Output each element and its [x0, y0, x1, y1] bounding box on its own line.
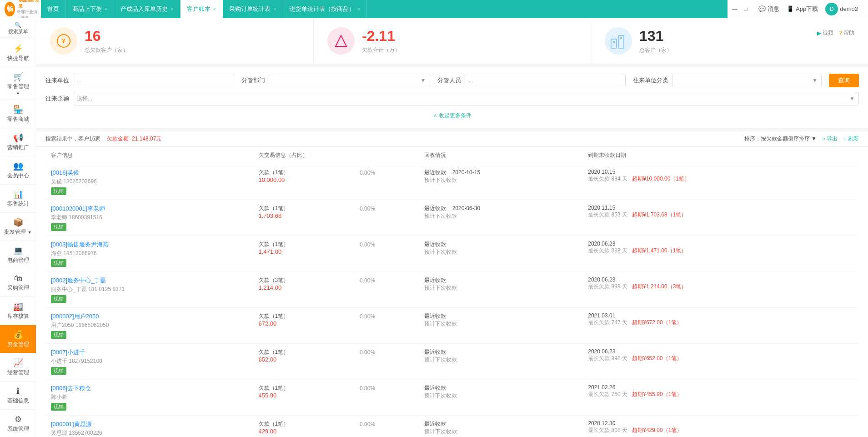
debt-amount-1[interactable]: 1,703.68 — [259, 212, 349, 219]
data-table: 客户信息 欠交易信息（占比） 回收情况 到期未收款日期 [0016]吴俊 吴俊 … — [45, 147, 859, 437]
unit-classify-arrow-icon: ▼ — [812, 77, 818, 84]
overdue-link-3[interactable]: 超期¥1,214.00（3笔） — [632, 283, 687, 290]
debt-amount-7[interactable]: 429.00 — [259, 428, 349, 435]
filter-group-from-unit: 往来单位 ... — [45, 74, 234, 87]
remaining-label: 往来余额 — [45, 95, 69, 103]
video-btn[interactable]: ▶ 视频 — [817, 29, 833, 37]
manager-input[interactable]: ... — [465, 74, 626, 87]
table-row: [0007]小进千 小进千 18279152100 现销 欠款（1笔） 652.… — [45, 344, 859, 380]
customer-name-link-0[interactable]: [0016]吴俊 — [51, 169, 79, 176]
tab-close-products[interactable]: × — [105, 6, 107, 12]
overdue-link-1[interactable]: 超期¥1,703.68（1笔） — [632, 211, 687, 218]
search-button[interactable]: 查询 — [829, 74, 859, 87]
cell-customer-0: [0016]吴俊 吴俊 13026203696 现销 — [45, 164, 253, 200]
stat-label-total: 总客户（家） — [639, 46, 672, 54]
stat-value-debt: -2.11 — [362, 28, 400, 45]
sidebar-item-marketing[interactable]: 📢 营销推广 — [0, 128, 36, 156]
sidebar-item-member-center[interactable]: 👥 会员中心 — [0, 156, 36, 185]
tab-close-stats[interactable]: × — [357, 6, 360, 12]
sidebar-item-basic-info[interactable]: ℹ 基础信息 — [0, 382, 36, 410]
sort-label[interactable]: 排序：按欠款金额倒序排序 ▼ — [744, 135, 817, 143]
debt-amount-4[interactable]: 672.00 — [259, 320, 349, 327]
remaining-input[interactable]: 选择... ▼ — [73, 92, 859, 105]
customer-name-link-2[interactable]: [0003]畅捷服务尹海燕 — [51, 241, 109, 248]
results-actions: 排序：按欠款金额倒序排序 ▼ ○ 导出 ○ 刷新 — [744, 135, 859, 143]
table-row: [0002]服务中心_丁磊 服务中心_丁磊 181 0125 8371 现销 欠… — [45, 272, 859, 308]
tab-close-production[interactable]: × — [171, 6, 173, 12]
tab-close-customer[interactable]: × — [213, 6, 216, 12]
manager-label: 分管人员 — [437, 76, 461, 85]
customer-tag-1: 现销 — [51, 223, 66, 231]
cell-debt-4: 欠款（1笔） 672.00 — [253, 308, 354, 344]
cell-debt-5: 欠款（1笔） 652.00 — [253, 344, 354, 380]
debt-amount-2[interactable]: 1,471.00 — [259, 248, 349, 255]
sidebar-item-ecommerce[interactable]: 💻 电商管理 — [0, 241, 36, 269]
minimize-btn[interactable]: — — [731, 5, 738, 13]
cell-customer-3: [0002]服务中心_丁磊 服务中心_丁磊 181 0125 8371 现销 — [45, 272, 253, 308]
overdue-days-0: 最长欠款 884 天 — [588, 176, 630, 182]
tab-purchase-stats[interactable]: 进货单统计表（按商品） × — [283, 0, 367, 18]
stat-info-customers: 16 总欠款客户（家） — [85, 28, 128, 54]
customer-name-link-5[interactable]: [0007]小进千 — [51, 349, 85, 356]
customer-name-link-7[interactable]: [000001]黄思源 — [51, 421, 92, 427]
table-header-row: 客户信息 欠交易信息（占比） 回收情况 到期未收款日期 — [45, 147, 859, 164]
sidebar-item-system-mgmt[interactable]: ⚙ 系统管理 — [0, 410, 36, 437]
member-center-icon: 👥 — [2, 161, 34, 171]
sidebar-item-inventory[interactable]: 🏭 库存核算 — [0, 297, 36, 325]
logo-area: 畅 畅捷通好生意 母婴行业演示账套 — [5, 0, 41, 21]
customer-name-link-4[interactable]: [000002]用户2050 — [51, 313, 99, 320]
debt-amount-5[interactable]: 652.00 — [259, 356, 349, 363]
tab-close-purchase[interactable]: × — [273, 6, 276, 12]
tab-customer-account[interactable]: 客户账本 × — [181, 0, 223, 18]
sidebar-item-batch-mgmt[interactable]: 📦 批发管理 ▼ — [0, 213, 36, 241]
export-btn[interactable]: ○ 导出 — [822, 135, 838, 143]
sidebar-item-retail-store[interactable]: 🏪 零售商城 — [0, 100, 36, 128]
svg-rect-6 — [620, 37, 622, 39]
next-collection-3: 预计下次收款 — [424, 284, 577, 292]
customer-tag-4: 现销 — [51, 331, 66, 339]
cell-customer-1: [0001020001]李老师 李老师 18600391516 现销 — [45, 200, 253, 236]
debt-amount-6[interactable]: 455.90 — [259, 392, 349, 399]
customer-name-link-3[interactable]: [0002]服务中心_丁磊 — [51, 277, 106, 284]
debt-desc-7: 欠款（1笔） — [259, 420, 349, 428]
latest-collection-7: 最近收款 — [424, 420, 577, 428]
customer-name-link-1[interactable]: [0001020001]李老师 — [51, 205, 105, 212]
tab-products[interactable]: 商品上下架 × — [66, 0, 114, 18]
basic-info-icon: ℹ — [2, 386, 34, 396]
unit-classify-input[interactable]: ▼ — [672, 74, 822, 87]
overdue-link-4[interactable]: 超期¥672.00（1笔） — [632, 319, 682, 326]
sidebar-item-retail-stats[interactable]: 📊 零售统计 — [0, 185, 36, 213]
overdue-link-6[interactable]: 超期¥455.90（1笔） — [632, 391, 682, 397]
sidebar-item-operations[interactable]: 📈 经营管理 — [0, 353, 36, 382]
customer-name-link-6[interactable]: [0006]去下粮仓 — [51, 385, 91, 392]
from-unit-input[interactable]: ... — [73, 74, 234, 87]
dept-input[interactable]: ▼ — [269, 74, 430, 87]
tab-home[interactable]: 首页 — [41, 0, 66, 18]
debt-amount-3[interactable]: 1,214.00 — [259, 284, 349, 291]
message-btn[interactable]: 💬 消息 — [758, 5, 779, 13]
refresh-btn[interactable]: ○ 刷新 — [843, 135, 859, 143]
overdue-link-7[interactable]: 超期¥429.00（1笔） — [632, 427, 682, 433]
overdue-link-0[interactable]: 超期¥10,000.00（1笔） — [632, 176, 690, 182]
tab-purchase-order[interactable]: 采购订单统计表 × — [223, 0, 283, 18]
app-download-btn[interactable]: 📱 App下载 — [787, 5, 818, 13]
user-menu[interactable]: D demo2 — [825, 3, 858, 15]
sidebar-search[interactable]: 🔍 搜索菜单 — [0, 18, 36, 39]
cell-due-2: 2020.06.23 最长欠款 998 天 超期¥1,471.00（1笔） — [582, 236, 859, 272]
help-btn[interactable]: ? 帮助 — [839, 29, 854, 37]
overdue-link-2[interactable]: 超期¥1,471.00（1笔） — [632, 247, 687, 254]
batch-mgmt-arrow: ▼ — [28, 230, 32, 235]
sidebar-item-finance[interactable]: 💰 资金管理 — [0, 325, 36, 353]
sidebar-item-quick-nav[interactable]: ⚡ 快捷导航 — [0, 39, 36, 67]
collapse-btn[interactable]: ∧ 收起更多条件 — [45, 110, 859, 121]
debt-amount-0[interactable]: 10,000.00 — [259, 176, 349, 183]
sidebar-item-purchase-mgmt[interactable]: 🛍 采购管理 — [0, 269, 36, 297]
debt-desc-1: 欠款（1笔） — [259, 205, 349, 212]
overdue-link-5[interactable]: 超期¥652.00（1笔） — [632, 355, 682, 362]
tab-production[interactable]: 产成品入库单历史 × — [114, 0, 180, 18]
th-collection: 回收情况 — [419, 147, 582, 164]
cell-customer-2: [0003]畅捷服务尹海燕 海燕 18513066976 现销 — [45, 236, 253, 272]
maximize-btn[interactable]: □ — [742, 5, 749, 13]
sidebar-item-retail-mgmt[interactable]: 🛒 零售管理 ▲ — [0, 67, 36, 100]
cell-collection-4: 最近收款 预计下次收款 — [419, 308, 582, 344]
